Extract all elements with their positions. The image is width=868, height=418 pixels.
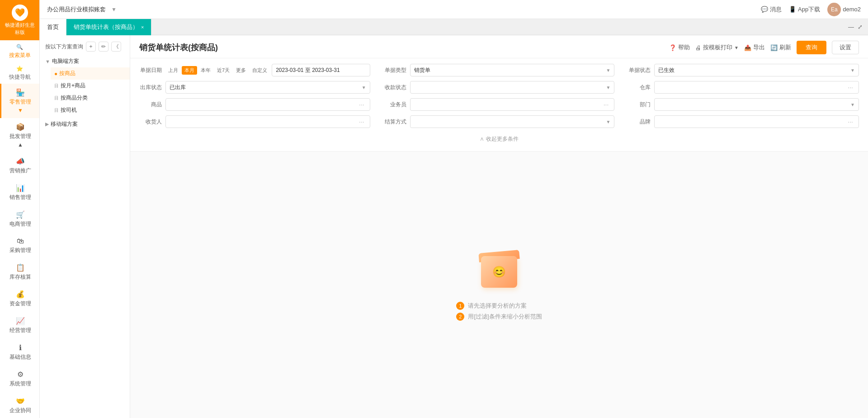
tree-item-month-goods[interactable]: 目 按月+商品 [51, 80, 130, 92]
tree-mobile-label: 移动端方案 [51, 120, 78, 128]
panel-title: 按以下方案查询 [45, 43, 83, 51]
quick-nav[interactable]: ⭐ 快捷导航 [0, 63, 39, 84]
date-tab-more[interactable]: 更多 [233, 66, 249, 75]
filter-warehouse: 仓库 ··· [628, 81, 859, 94]
tree-children: ● 按商品 目 按月+商品 目 按商品分类 目 按司机 [40, 67, 130, 116]
tree-item-label: 按司机 [61, 106, 77, 114]
user-menu[interactable]: Ea demo2 [827, 3, 861, 16]
receipt-status-select[interactable]: ▼ [410, 81, 615, 94]
quick-nav-icon: ⭐ [16, 66, 23, 72]
tab-close-btn[interactable]: × [141, 24, 144, 30]
sales-icon: 📊 [16, 184, 25, 192]
search-menu[interactable]: 🔍 搜索菜单 [0, 40, 39, 63]
filter-settlement: 结算方式 ▼ [384, 115, 615, 128]
app-download-label: App下载 [798, 5, 820, 14]
sidebar-item-sales[interactable]: 📊 销售管理 [0, 179, 39, 206]
ecommerce-icon: 🛒 [16, 210, 25, 219]
filter-row-2: 出库状态 已出库 ▼ 收款状态 ▼ [139, 81, 859, 94]
dept-select[interactable]: ▼ [654, 98, 859, 111]
tree-section-desktop[interactable]: ▼ 电脑端方案 [40, 55, 130, 67]
sidebar-item-marketing[interactable]: 📣 营销推广 [0, 152, 39, 179]
settlement-select[interactable]: ▼ [410, 115, 615, 128]
sidebar-item-basic[interactable]: ℹ 基础信息 [0, 339, 39, 366]
tree-item-label: 按商品分类 [61, 94, 88, 102]
tree-item-driver[interactable]: 目 按司机 [51, 104, 130, 116]
sidebar-item-retail[interactable]: 🏪 零售管理 ▼ [0, 84, 39, 118]
tip-text-2: 用[过滤]条件来缩小分析范围 [468, 313, 542, 321]
right-panel: 销货单统计表(按商品) ❓ 帮助 🖨 按模板打印 ▼ 📤 导出 [130, 35, 868, 418]
doc-status-select[interactable]: 已生效 ▼ [654, 64, 859, 76]
status-arrow: ▼ [850, 68, 855, 73]
sidebar-item-system[interactable]: ⚙ 系统管理 [0, 366, 39, 392]
warehouse-dots[interactable]: ··· [846, 84, 855, 91]
left-panel-header: 按以下方案查询 + ✏ 《 [40, 40, 130, 55]
collab-icon: 🤝 [16, 397, 25, 405]
goods-label: 商品 [139, 101, 162, 109]
sidebar-item-collab[interactable]: 🤝 企业协同 [0, 392, 39, 418]
doc-type-select[interactable]: 销货单 ▼ [410, 64, 615, 76]
collapse-filters-btn[interactable]: ∧ 收起更多条件 [139, 133, 859, 146]
settlement-label: 结算方式 [384, 118, 406, 126]
status-label: 单据状态 [628, 66, 651, 74]
basic-label: 基础信息 [9, 353, 31, 361]
tree-section-mobile[interactable]: ▶ 移动端方案 [40, 118, 130, 130]
date-tab-7days[interactable]: 近7天 [214, 66, 232, 75]
tree-expand-icon: ▼ [45, 59, 50, 64]
maximize-btn[interactable]: ⤢ [858, 24, 863, 30]
sidebar-item-operations[interactable]: 📈 经营管理 [0, 312, 39, 339]
tree-item-category[interactable]: 目 按商品分类 [51, 92, 130, 104]
brand-input[interactable]: ··· [654, 115, 859, 128]
collapse-panel-btn[interactable]: 《 [111, 42, 121, 52]
main-content: 1 请先选择要分析的方案 2 用[过滤]条件来缩小分析范围 [130, 152, 868, 418]
tree-item-by-goods[interactable]: ● 按商品 [51, 67, 130, 80]
warehouse-select[interactable]: ··· [654, 81, 859, 94]
filter-row-3: 商品 ··· 业务员 ··· [139, 98, 859, 111]
finance-label: 资金管理 [9, 300, 31, 308]
goods-input[interactable]: ··· [165, 98, 370, 111]
sidebar-item-finance[interactable]: 💰 资金管理 [0, 285, 39, 312]
app-logo: 🧡 畅捷通好生意 标版 [0, 0, 39, 40]
filter-goods: 商品 ··· [139, 98, 370, 111]
date-tab-last-month[interactable]: 上月 [165, 66, 181, 75]
refresh-btn[interactable]: 🔄 刷新 [770, 43, 791, 52]
sidebar-item-wholesale[interactable]: 📦 批发管理 ▲ [0, 118, 39, 152]
template-print-btn[interactable]: 🖨 按模板打印 ▼ [695, 43, 739, 52]
receiver-input[interactable]: ··· [165, 115, 370, 128]
app-name: 畅捷通好生意 [5, 22, 35, 28]
settings-button[interactable]: 设置 [832, 41, 859, 54]
top-bar: 办公用品行业模拟账套 ▼ 💬 消息 📱 App下载 Ea demo2 [40, 0, 868, 19]
message-btn[interactable]: 💬 消息 [761, 5, 782, 14]
salesman-dots[interactable]: ··· [602, 101, 611, 108]
collab-label: 企业协同 [9, 407, 31, 414]
industry-title: 办公用品行业模拟账套 [47, 5, 106, 14]
sidebar-item-ecommerce[interactable]: 🛒 电商管理 [0, 206, 39, 233]
doc-status-value: 已生效 [658, 66, 675, 74]
receiver-dots[interactable]: ··· [357, 118, 366, 125]
system-icon: ⚙ [17, 370, 24, 379]
inventory-icon: 📋 [16, 263, 25, 272]
goods-dots[interactable]: ··· [357, 101, 366, 108]
app-download-btn[interactable]: 📱 App下载 [789, 5, 820, 14]
doc-type-arrow: ▼ [606, 68, 610, 73]
date-tab-current-year[interactable]: 本年 [198, 66, 213, 75]
export-btn[interactable]: 📤 导出 [744, 43, 765, 52]
salesman-input[interactable]: ··· [410, 98, 615, 111]
minimize-btn[interactable]: — [848, 24, 854, 30]
doc-type-value: 销货单 [414, 66, 430, 74]
out-status-select[interactable]: 已出库 ▼ [165, 81, 370, 94]
help-btn[interactable]: ❓ 帮助 [669, 43, 690, 52]
brand-dots[interactable]: ··· [846, 118, 855, 125]
add-scheme-btn[interactable]: + [86, 42, 96, 52]
industry-dropdown[interactable]: ▼ [111, 6, 117, 13]
date-range-input[interactable]: 2023-03-01 至 2023-03-31 [272, 64, 370, 76]
query-button[interactable]: 查询 [797, 41, 826, 54]
date-tab-current-month[interactable]: 本月 [182, 66, 197, 75]
sidebar-item-purchase[interactable]: 🛍 采购管理 [0, 233, 39, 259]
sidebar-item-inventory[interactable]: 📋 库存核算 [0, 259, 39, 285]
tab-current[interactable]: 销货单统计表（按商品） × [66, 19, 151, 35]
edit-scheme-btn[interactable]: ✏ [99, 42, 108, 52]
date-tab-custom[interactable]: 自定义 [250, 66, 270, 75]
tab-home[interactable]: 首页 [40, 19, 66, 35]
marketing-icon: 📣 [16, 157, 25, 166]
dept-arrow: ▼ [850, 102, 855, 107]
